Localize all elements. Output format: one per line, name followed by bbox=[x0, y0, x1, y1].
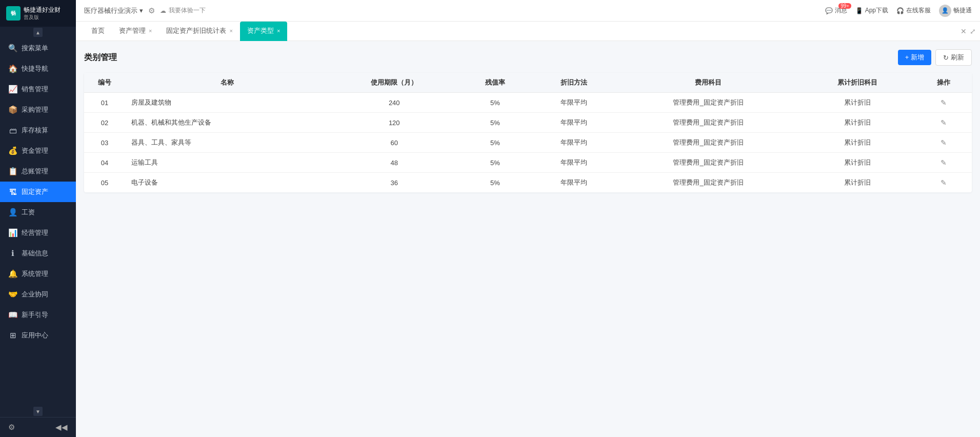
cell-name[interactable]: 运输工具 bbox=[125, 153, 329, 173]
col-method: 折旧方法 bbox=[531, 73, 617, 93]
sidebar-item-capital[interactable]: 💰 资金管理 bbox=[0, 141, 76, 161]
sidebar-item-fixed-assets[interactable]: 🏗 固定资产 bbox=[0, 182, 76, 202]
cell-name[interactable]: 房屋及建筑物 bbox=[125, 93, 329, 113]
sidebar: 畅 畅捷通好业财 普及版 ▲ 🔍 搜索菜单 🏠 快捷导航 📈 销售管理 📦 采购… bbox=[0, 0, 76, 437]
cell-expense-subject[interactable]: 管理费用_固定资产折旧 bbox=[617, 153, 799, 173]
sidebar-item-enterprise[interactable]: 🤝 企业协同 bbox=[0, 284, 76, 305]
cell-expense-subject[interactable]: 管理费用_固定资产折旧 bbox=[617, 113, 799, 133]
online-service-label: 在线客服 bbox=[906, 6, 931, 15]
settings-button[interactable]: ⚙ bbox=[148, 6, 155, 15]
tab-asset-type[interactable]: 资产类型 × bbox=[240, 22, 287, 41]
cell-accum-subject[interactable]: 累计折旧 bbox=[799, 113, 915, 133]
window-close-button[interactable]: ✕ bbox=[961, 27, 967, 35]
tab-asset-mgmt-label: 资产管理 bbox=[119, 26, 146, 35]
sidebar-item-quick-nav[interactable]: 🏠 快捷导航 bbox=[0, 58, 76, 79]
cell-accum-subject[interactable]: 累计折旧 bbox=[799, 173, 915, 193]
sidebar-item-app-center[interactable]: ⊞ 应用中心 bbox=[0, 325, 76, 346]
edit-button[interactable]: ✎ bbox=[941, 158, 947, 167]
table-row: 05 电子设备 36 5% 年限平均 管理费用_固定资产折旧 累计折旧 ✎ bbox=[84, 173, 972, 193]
sidebar-item-label: 经营管理 bbox=[22, 228, 48, 237]
cell-period: 120 bbox=[329, 113, 459, 133]
col-expense-subject: 费用科目 bbox=[617, 73, 799, 93]
sidebar-item-operations[interactable]: 📊 经营管理 bbox=[0, 223, 76, 243]
tab-depreciation-label: 固定资产折旧统计表 bbox=[166, 26, 226, 35]
cell-name[interactable]: 器具、工具、家具等 bbox=[125, 133, 329, 153]
tab-asset-type-label: 资产类型 bbox=[247, 26, 274, 35]
col-residual: 残值率 bbox=[459, 73, 531, 93]
user-menu[interactable]: 👤 畅捷通 bbox=[939, 5, 972, 17]
tab-asset-type-close[interactable]: × bbox=[277, 28, 280, 34]
cell-accum-subject[interactable]: 累计折旧 bbox=[799, 93, 915, 113]
ledger-icon: 📋 bbox=[8, 167, 17, 176]
sidebar-item-beginner[interactable]: 📖 新手引导 bbox=[0, 305, 76, 325]
tab-depreciation-table[interactable]: 固定资产折旧统计表 × bbox=[159, 22, 239, 41]
edit-button[interactable]: ✎ bbox=[941, 178, 947, 187]
cell-expense-subject[interactable]: 管理费用_固定资产折旧 bbox=[617, 173, 799, 193]
trial-button[interactable]: ☁ 我要体验一下 bbox=[160, 6, 206, 15]
cell-code: 05 bbox=[84, 173, 125, 193]
sidebar-item-wages[interactable]: 👤 工资 bbox=[0, 202, 76, 223]
cell-accum-subject[interactable]: 累计折旧 bbox=[799, 153, 915, 173]
sidebar-item-search[interactable]: 🔍 搜索菜单 bbox=[0, 38, 76, 58]
online-service-button[interactable]: 🎧 在线客服 bbox=[896, 6, 931, 15]
tab-depreciation-close[interactable]: × bbox=[229, 28, 232, 34]
cell-code: 01 bbox=[84, 93, 125, 113]
cell-period: 36 bbox=[329, 173, 459, 193]
sidebar-item-label: 工资 bbox=[22, 208, 35, 217]
app-download-button[interactable]: 📱 App下载 bbox=[855, 6, 888, 15]
cell-accum-subject[interactable]: 累计折旧 bbox=[799, 133, 915, 153]
inventory-icon: 🗃 bbox=[8, 126, 17, 135]
cell-method: 年限平均 bbox=[531, 133, 617, 153]
cell-action: ✎ bbox=[915, 133, 972, 153]
col-period: 使用期限（月） bbox=[329, 73, 459, 93]
sidebar-item-basic-info[interactable]: ℹ 基础信息 bbox=[0, 243, 76, 264]
messages-button[interactable]: 💬 消息 99+ bbox=[825, 6, 847, 15]
edit-button[interactable]: ✎ bbox=[941, 118, 947, 127]
sidebar-item-ledger[interactable]: 📋 总账管理 bbox=[0, 161, 76, 182]
wages-icon: 👤 bbox=[8, 208, 17, 217]
edit-button[interactable]: ✎ bbox=[941, 138, 947, 147]
sidebar-item-label: 总账管理 bbox=[22, 167, 48, 176]
refresh-button[interactable]: ↻ 刷新 bbox=[935, 49, 972, 66]
app-name: 畅捷通好业财 bbox=[24, 6, 61, 14]
company-selector[interactable]: 医疗器械行业演示 ▾ bbox=[84, 6, 143, 15]
cell-method: 年限平均 bbox=[531, 153, 617, 173]
sidebar-item-label: 应用中心 bbox=[22, 331, 48, 340]
sidebar-item-system[interactable]: 🔔 系统管理 bbox=[0, 264, 76, 284]
tab-asset-mgmt[interactable]: 资产管理 × bbox=[112, 22, 159, 41]
scroll-down-button[interactable]: ▼ bbox=[33, 407, 43, 416]
new-button[interactable]: + 新增 bbox=[898, 50, 931, 65]
refresh-label: 刷新 bbox=[951, 53, 964, 62]
fixed-assets-icon: 🏗 bbox=[8, 188, 17, 196]
cell-name[interactable]: 机器、机械和其他生产设备 bbox=[125, 113, 329, 133]
scroll-up-button[interactable]: ▲ bbox=[33, 28, 43, 37]
collapse-sidebar-button[interactable]: ◀◀ bbox=[55, 423, 68, 432]
tab-asset-mgmt-close[interactable]: × bbox=[149, 28, 152, 34]
settings-icon[interactable]: ⚙ bbox=[8, 423, 15, 432]
operations-icon: 📊 bbox=[8, 228, 17, 237]
avatar: 👤 bbox=[939, 5, 951, 17]
sidebar-item-sales[interactable]: 📈 销售管理 bbox=[0, 79, 76, 100]
tab-home[interactable]: 首页 bbox=[84, 22, 112, 41]
cell-expense-subject[interactable]: 管理费用_固定资产折旧 bbox=[617, 93, 799, 113]
cell-expense-subject[interactable]: 管理费用_固定资产折旧 bbox=[617, 133, 799, 153]
cell-action: ✎ bbox=[915, 93, 972, 113]
cell-residual: 5% bbox=[459, 93, 531, 113]
col-action: 操作 bbox=[915, 73, 972, 93]
cell-method: 年限平均 bbox=[531, 113, 617, 133]
sidebar-item-purchase[interactable]: 📦 采购管理 bbox=[0, 100, 76, 120]
edit-button[interactable]: ✎ bbox=[941, 98, 947, 107]
cell-residual: 5% bbox=[459, 173, 531, 193]
cell-name[interactable]: 电子设备 bbox=[125, 173, 329, 193]
sidebar-item-inventory[interactable]: 🗃 库存核算 bbox=[0, 120, 76, 141]
sidebar-header: 畅 畅捷通好业财 普及版 bbox=[0, 0, 76, 27]
window-expand-button[interactable]: ⤢ bbox=[970, 27, 976, 35]
sidebar-nav: 🔍 搜索菜单 🏠 快捷导航 📈 销售管理 📦 采购管理 🗃 库存核算 💰 资金管… bbox=[0, 38, 76, 406]
refresh-icon: ↻ bbox=[943, 54, 949, 62]
sidebar-item-label: 采购管理 bbox=[22, 105, 48, 114]
company-name: 医疗器械行业演示 bbox=[84, 6, 137, 15]
cell-period: 240 bbox=[329, 93, 459, 113]
sidebar-footer: ⚙ ◀◀ bbox=[0, 417, 76, 437]
phone-icon: 📱 bbox=[855, 7, 863, 14]
col-accum-subject: 累计折旧科目 bbox=[799, 73, 915, 93]
